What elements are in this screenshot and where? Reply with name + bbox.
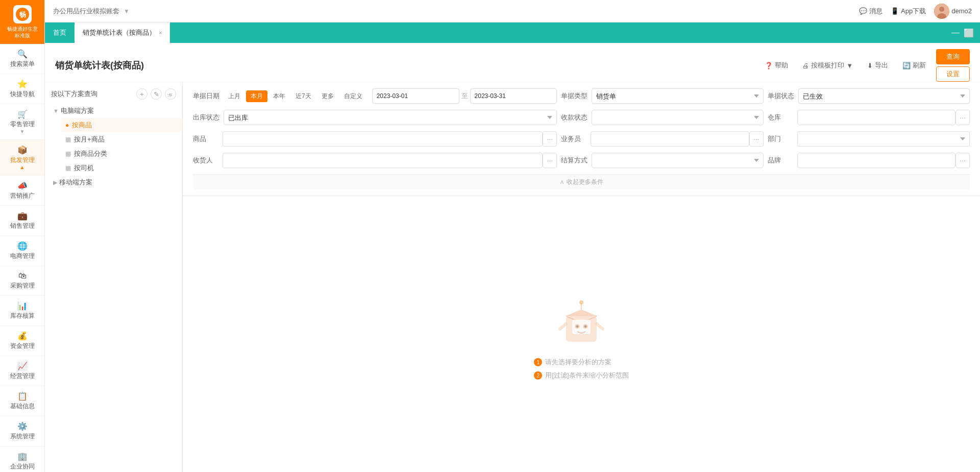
sales-icon: 💼 [17, 211, 28, 221]
date-tab-this-month[interactable]: 本月 [246, 90, 267, 102]
add-scheme-btn[interactable]: + [136, 88, 148, 100]
brand-field: 品牌 ··· [768, 153, 970, 168]
salesperson-dots-btn[interactable]: ··· [749, 131, 764, 147]
main-area: 办公用品行业模拟账套 ▼ 💬 消息 📱 App下载 de [45, 0, 980, 472]
tab-sales-stats[interactable]: 销货单统计表（按商品） × [75, 22, 170, 43]
scheme-by-driver[interactable]: ▦ 按司机 [61, 161, 182, 175]
help-btn[interactable]: ❓ 帮助 [761, 59, 792, 72]
salesperson-field: 业务员 ··· [561, 131, 763, 147]
app-download-btn[interactable]: 📱 App下载 [891, 7, 926, 16]
doc-status-field: 单据状态 已生效 [768, 88, 970, 104]
filter-panel-title-area: 按以下方案查询 [51, 89, 97, 99]
star-icon: ⭐ [17, 79, 28, 89]
active-tab-label: 销货单统计表（按商品） [83, 28, 156, 37]
sidebar-item-system[interactable]: ⚙️ 系统管理 [0, 416, 44, 446]
brand-dots-btn[interactable]: ··· [955, 153, 970, 168]
tree-mobile-section[interactable]: ▶ 移动端方案 [51, 175, 182, 190]
tree-expand-icon: ▼ [53, 108, 59, 114]
receipt-status-label: 收款状态 [561, 113, 587, 122]
print-icon: 🖨 [802, 62, 809, 69]
content-body: 按以下方案查询 + ✎ « ▼ 电脑端方案 [45, 82, 980, 472]
date-to-input[interactable] [470, 88, 557, 104]
query-button[interactable]: 查询 [936, 49, 970, 64]
edit-scheme-btn[interactable]: ✎ [151, 88, 162, 100]
print-btn[interactable]: 🖨 按模板打印 ▼ [798, 59, 857, 72]
outbound-status-select[interactable]: 已出库 [224, 110, 557, 125]
scheme-icon-category: ▦ [65, 150, 71, 157]
empty-state: 1 请先选择要分析的方案 2 用[过滤]条件来缩小分析范围 [183, 196, 980, 472]
message-btn[interactable]: 💬 消息 [859, 7, 883, 16]
sidebar-item-wholesale[interactable]: 📦 批发管理 ▲ [0, 140, 44, 176]
sidebar-item-basic[interactable]: 📋 基础信息 [0, 386, 44, 416]
date-tab-custom[interactable]: 自定义 [339, 90, 367, 102]
doc-type-field: 单据类型 销货单 [561, 88, 763, 104]
date-from-input[interactable] [372, 88, 459, 104]
tab-minimize-icon[interactable]: — [951, 28, 960, 37]
page-content: 销货单统计表(按商品) ❓ 帮助 🖨 按模板打印 ▼ ⬇ 导出 🔄 刷新 [45, 43, 980, 472]
scheme-by-goods[interactable]: ● 按商品 [61, 118, 182, 132]
header-left: 办公用品行业模拟账套 ▼ [53, 7, 130, 16]
sidebar-item-shortcuts[interactable]: ⭐ 快捷导航 [0, 74, 44, 104]
goods-label: 商品 [193, 134, 218, 144]
goods-input[interactable] [223, 131, 543, 147]
date-tab-more[interactable]: 更多 [317, 90, 338, 102]
dropdown-arrow-icon[interactable]: ▼ [124, 8, 130, 15]
empty-tip-2: 2 用[过滤]条件来缩小分析范围 [534, 371, 628, 380]
tree-pc-section[interactable]: ▼ 电脑端方案 [51, 104, 182, 118]
tip-text-1: 请先选择要分析的方案 [545, 358, 611, 367]
receiver-dots-btn[interactable]: ··· [543, 153, 557, 168]
sidebar-item-operations[interactable]: 📈 经营管理 [0, 356, 44, 386]
tab-close-icon[interactable]: × [159, 30, 162, 36]
date-tab-last-month[interactable]: 上月 [224, 90, 245, 102]
tab-maximize-icon[interactable]: ⬜ [964, 28, 974, 38]
home-tab-label: 首页 [53, 28, 66, 37]
department-label: 部门 [768, 134, 793, 144]
date-tab-7days[interactable]: 近7天 [291, 90, 316, 102]
brand-input[interactable] [797, 153, 955, 168]
goods-dots-btn[interactable]: ··· [543, 131, 557, 147]
sidebar-item-sales[interactable]: 💼 销售管理 [0, 206, 44, 236]
sidebar-item-enterprise[interactable]: 🏢 企业协同 [0, 446, 44, 472]
scheme-icon-goods: ● [65, 122, 69, 129]
doc-type-label: 单据类型 [561, 91, 587, 101]
export-icon: ⬇ [867, 62, 873, 69]
scheme-icon-driver: ▦ [65, 164, 71, 172]
tip-text-2: 用[过滤]条件来缩小分析范围 [545, 371, 628, 380]
export-btn[interactable]: ⬇ 导出 [863, 59, 892, 72]
scheme-by-month-goods[interactable]: ▦ 按月+商品 [61, 132, 182, 147]
collapse-bar[interactable]: ∧ 收起更多条件 [193, 174, 970, 190]
refresh-btn[interactable]: 🔄 刷新 [898, 59, 930, 72]
tab-bar: 首页 销货单统计表（按商品） × — ⬜ [45, 22, 980, 43]
user-avatar[interactable]: demo2 [934, 4, 972, 19]
scheme-goods-category-label: 按商品分类 [74, 149, 107, 158]
doc-status-select[interactable]: 已生效 [798, 88, 970, 104]
page-header: 销货单统计表(按商品) ❓ 帮助 🖨 按模板打印 ▼ ⬇ 导出 🔄 刷新 [45, 43, 980, 82]
date-range-box: 上月 本月 本年 近7天 更多 自定义 至 [224, 88, 557, 104]
tab-home[interactable]: 首页 [45, 22, 75, 43]
warehouse-dots-btn[interactable]: ··· [955, 110, 970, 125]
sidebar-item-purchase[interactable]: 🛍 采购管理 [0, 266, 44, 296]
svg-point-12 [584, 325, 587, 328]
warehouse-input[interactable] [797, 110, 955, 125]
outbound-status-label: 出库状态 [193, 113, 219, 122]
sidebar-item-search[interactable]: 🔍 搜索菜单 [0, 44, 44, 74]
settings-button[interactable]: 设置 [936, 66, 970, 82]
settlement-select[interactable] [592, 153, 763, 168]
department-select[interactable] [797, 131, 970, 147]
doc-type-select[interactable]: 销货单 [592, 88, 763, 104]
sidebar-item-retail[interactable]: 🛒 零售管理 ▼ [0, 104, 44, 140]
receipt-status-select[interactable] [592, 110, 763, 125]
salesperson-input[interactable] [591, 131, 749, 147]
sidebar-item-ecommerce[interactable]: 🌐 电商管理 [0, 236, 44, 266]
sidebar-item-finance[interactable]: 💰 资金管理 [0, 326, 44, 356]
sidebar-item-inventory[interactable]: 📊 库存核算 [0, 296, 44, 326]
avatar-image [934, 4, 949, 19]
scheme-by-goods-category[interactable]: ▦ 按商品分类 [61, 147, 182, 161]
receiver-input[interactable] [223, 153, 543, 168]
date-tab-this-year[interactable]: 本年 [268, 90, 290, 102]
sidebar-item-marketing[interactable]: 📣 营销推广 [0, 176, 44, 206]
wholesale-icon: 📦 [17, 145, 28, 155]
salesperson-label: 业务员 [561, 134, 586, 144]
collapse-panel-btn[interactable]: « [165, 88, 176, 100]
print-arrow-icon: ▼ [846, 62, 853, 69]
